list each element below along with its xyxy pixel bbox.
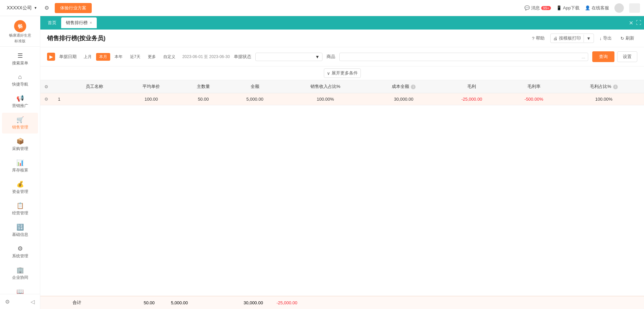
app-container: XXXXX公司 ▼ ⚙ 体验行业方案 💬 消息 99+ 📱 App下载 👤 在线… bbox=[0, 0, 644, 309]
sidebar-item-3[interactable]: 🛒销售管理 bbox=[2, 113, 38, 134]
row-name-0 bbox=[66, 93, 123, 105]
goods-filter-label: 商品 bbox=[327, 54, 335, 60]
sidebar-label-2: 营销推广 bbox=[12, 103, 28, 109]
sidebar-item-9[interactable]: ⚙系统管理 bbox=[2, 242, 38, 262]
th-settings[interactable]: ⚙ bbox=[40, 80, 52, 93]
tab-maximize-btn[interactable]: ⛶ bbox=[636, 20, 641, 26]
sidebar-icon-3: 🛒 bbox=[16, 116, 24, 123]
sidebar-item-6[interactable]: 💰资金管理 bbox=[2, 177, 38, 198]
filter-row-1: ▶ 单据日期 上月 本月 本年 近7天 更多 自定义 2023-06-01 至 … bbox=[47, 51, 637, 62]
svg-text:畅: 畅 bbox=[18, 23, 23, 29]
sidebar-item-2[interactable]: 📢营销推广 bbox=[2, 91, 38, 112]
date-tab-more[interactable]: 更多 bbox=[145, 53, 159, 61]
date-tab-custom[interactable]: 自定义 bbox=[160, 53, 178, 61]
expand-more-btn[interactable]: ∨ 展开更多条件 bbox=[324, 68, 361, 78]
header-settings-btn[interactable]: ⚙ bbox=[41, 3, 52, 13]
cost-info-icon[interactable]: i bbox=[411, 85, 416, 89]
tab-sales-ranking[interactable]: 销售排行榜 × bbox=[61, 17, 97, 28]
row-settings-0[interactable]: ⚙ bbox=[40, 93, 52, 105]
sidebar-item-8[interactable]: 🔢基础信息 bbox=[2, 220, 38, 241]
sidebar-collapse-btn[interactable]: ◁ bbox=[28, 297, 37, 306]
footer-amount: 5,000.00 bbox=[163, 300, 196, 305]
th-avg-price: 平均单价 bbox=[123, 80, 179, 93]
help-label: 帮助 bbox=[536, 35, 545, 41]
refresh-label: 刷新 bbox=[626, 35, 634, 41]
sidebar-icon-10: 🏢 bbox=[16, 266, 24, 274]
sidebar-item-0[interactable]: ☰搜索菜单 bbox=[2, 49, 38, 69]
table-container[interactable]: ⚙ 员工名称 平均单价 主数量 全额 销售收入占比% 成本全额 i bbox=[40, 80, 644, 296]
sidebar-item-7[interactable]: 📋经营管理 bbox=[2, 199, 38, 219]
row-gross-0: -25,000.00 bbox=[439, 93, 504, 105]
export-btn[interactable]: ↓ 导出 bbox=[597, 34, 615, 43]
sidebar-item-10[interactable]: 🏢企业协同 bbox=[2, 263, 38, 284]
goods-more-icon[interactable]: ... bbox=[582, 54, 585, 59]
active-tab-label: 销售排行榜 bbox=[66, 20, 88, 26]
status-filter-select[interactable]: ▼ bbox=[255, 53, 323, 61]
sidebar-label-7: 经营管理 bbox=[12, 210, 28, 216]
date-tab-7days[interactable]: 近7天 bbox=[127, 53, 143, 61]
th-amount: 全额 bbox=[227, 80, 283, 93]
th-gross-rate: 毛利率 bbox=[504, 80, 564, 93]
content-area: 首页 销售排行榜 × ✕ ⛶ 销售排行榜(按业务员) bbox=[40, 16, 644, 309]
tab-home[interactable]: 首页 bbox=[43, 17, 61, 28]
print-btn[interactable]: 🖨 按模板打印 bbox=[551, 34, 584, 43]
online-service-btn[interactable]: 👤 在线客服 bbox=[585, 5, 609, 11]
user-avatar[interactable] bbox=[614, 3, 624, 13]
app-download-btn[interactable]: 📱 App下载 bbox=[556, 5, 579, 11]
sidebar-item-4[interactable]: 📦采购管理 bbox=[2, 134, 38, 155]
tab-bar-right: ✕ ⛶ bbox=[629, 20, 641, 26]
date-tab-this-year[interactable]: 本年 bbox=[112, 53, 126, 61]
refresh-btn[interactable]: ↻ 刷新 bbox=[617, 34, 637, 43]
row-qty-0: 50.00 bbox=[180, 93, 227, 105]
gross-ratio-info-icon[interactable]: i bbox=[613, 85, 618, 89]
page-content: 销售排行榜(按业务员) ? 帮助 🖨 按模板打印 bbox=[40, 30, 644, 309]
sidebar-icon-7: 📋 bbox=[16, 202, 24, 209]
th-gross-ratio: 毛利占比% i bbox=[564, 80, 644, 93]
sidebar-label-4: 采购管理 bbox=[12, 146, 28, 152]
th-name: 员工名称 bbox=[66, 80, 123, 93]
header-right: 💬 消息 99+ 📱 App下载 👤 在线客服 bbox=[524, 3, 640, 13]
date-tab-last-month[interactable]: 上月 bbox=[81, 53, 95, 61]
sidebar-label-1: 快捷导航 bbox=[12, 82, 28, 87]
sidebar: 畅 畅康通好生意 标准版 ☰搜索菜单⌂快捷导航📢营销推广🛒销售管理📦采购管理📊库… bbox=[0, 16, 40, 309]
expand-label: 展开更多条件 bbox=[332, 70, 358, 76]
query-button[interactable]: 查询 bbox=[592, 51, 614, 62]
sidebar-item-1[interactable]: ⌂快捷导航 bbox=[2, 70, 38, 91]
main-layout: 畅 畅康通好生意 标准版 ☰搜索菜单⌂快捷导航📢营销推广🛒销售管理📦采购管理📊库… bbox=[0, 16, 644, 309]
filter-collapse-btn[interactable]: ▶ bbox=[47, 53, 55, 61]
home-tab-label: 首页 bbox=[48, 20, 56, 26]
user-menu-btn[interactable] bbox=[629, 3, 640, 13]
export-icon: ↓ bbox=[600, 36, 602, 41]
goods-filter-input[interactable]: ... bbox=[339, 53, 588, 61]
footer-label: 合计 bbox=[69, 300, 102, 306]
date-tab-this-month[interactable]: 本月 bbox=[96, 53, 110, 61]
row-sales-ratio-0: 100.00% bbox=[283, 93, 368, 105]
print-label: 按模板打印 bbox=[559, 35, 581, 41]
sidebar-label-3: 销售管理 bbox=[12, 124, 28, 130]
online-service-icon: 👤 bbox=[585, 5, 590, 10]
trial-button[interactable]: 体验行业方案 bbox=[55, 3, 92, 13]
tab-close-window-btn[interactable]: ✕ bbox=[629, 20, 633, 26]
date-tabs: 上月 本月 本年 近7天 更多 自定义 bbox=[81, 53, 178, 61]
sidebar-icon-1: ⌂ bbox=[18, 73, 22, 81]
tab-close-icon[interactable]: × bbox=[90, 20, 92, 25]
sidebar-icon-4: 📦 bbox=[16, 138, 24, 145]
logo-text: 畅康通好生意 bbox=[9, 33, 31, 38]
row-gross-rate-0: -500.00% bbox=[504, 93, 564, 105]
print-dropdown-btn[interactable]: ▼ bbox=[584, 35, 594, 42]
message-btn[interactable]: 💬 消息 99+ bbox=[524, 5, 551, 11]
company-selector[interactable]: XXXXX公司 ▼ bbox=[4, 4, 40, 12]
message-icon: 💬 bbox=[524, 5, 530, 10]
chevron-down-icon: ▼ bbox=[34, 6, 37, 10]
row-amount-0: 5,000.00 bbox=[227, 93, 283, 105]
row-gross-ratio-0: 100.00% bbox=[564, 93, 644, 105]
settings-button[interactable]: 设置 bbox=[617, 51, 637, 62]
sidebar-item-11[interactable]: 📖新手引导 bbox=[2, 285, 38, 294]
tab-bar: 首页 销售排行榜 × ✕ ⛶ bbox=[40, 16, 644, 30]
page-header: 销售排行榜(按业务员) ? 帮助 🖨 按模板打印 bbox=[40, 30, 644, 47]
sidebar-item-5[interactable]: 📊库存核算 bbox=[2, 156, 38, 176]
th-cost: 成本全额 i bbox=[368, 80, 439, 93]
table-header-row: ⚙ 员工名称 平均单价 主数量 全额 销售收入占比% 成本全额 i bbox=[40, 80, 644, 93]
help-btn[interactable]: ? 帮助 bbox=[529, 34, 547, 43]
sidebar-settings-btn[interactable]: ⚙ bbox=[3, 297, 12, 306]
